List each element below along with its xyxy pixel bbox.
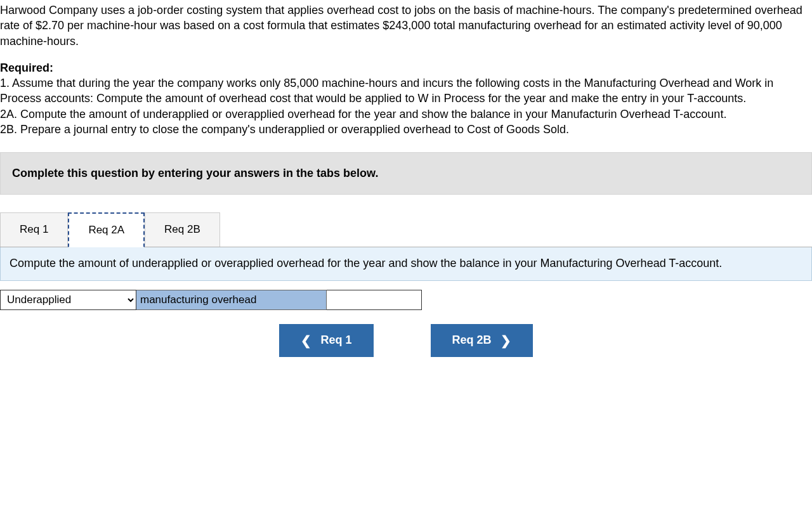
overhead-type-select[interactable]: Underapplied	[0, 290, 136, 310]
question-intro: Harwood Company uses a job-order costing…	[0, 3, 812, 49]
required-label: Required:	[0, 60, 812, 75]
tab-req2b[interactable]: Req 2B	[145, 212, 220, 247]
required-item-2a: 2A. Compute the amount of underapplied o…	[0, 107, 812, 122]
required-section: Required: 1. Assume that during the year…	[0, 60, 812, 137]
required-item-1: 1. Assume that during the year the compa…	[0, 75, 812, 107]
tabs-row: Req 1 Req 2A Req 2B	[0, 212, 812, 247]
overhead-amount-input[interactable]	[327, 290, 422, 310]
next-button-label: Req 2B	[452, 334, 492, 347]
required-item-2b: 2B. Prepare a journal entry to close the…	[0, 122, 812, 137]
tab-req2a[interactable]: Req 2A	[68, 212, 145, 247]
next-button[interactable]: Req 2B ❯	[431, 324, 533, 357]
input-row: Underapplied manufacturing overhead	[0, 290, 812, 310]
instruction-bar-text: Complete this question by entering your …	[12, 167, 378, 179]
overhead-label-box: manufacturing overhead	[136, 290, 327, 310]
question-text-block: Harwood Company uses a job-order costing…	[0, 0, 812, 137]
tab-content-header: Compute the amount of underapplied or ov…	[0, 247, 812, 280]
chevron-right-icon: ❯	[501, 333, 511, 348]
nav-row: ❮ Req 1 Req 2B ❯	[0, 324, 812, 370]
answer-section: Complete this question by entering your …	[0, 152, 812, 369]
tab-req1[interactable]: Req 1	[0, 212, 68, 247]
chevron-left-icon: ❮	[301, 333, 311, 348]
instruction-bar: Complete this question by entering your …	[0, 152, 812, 195]
prev-button-label: Req 1	[320, 334, 351, 347]
prev-button[interactable]: ❮ Req 1	[279, 324, 373, 357]
